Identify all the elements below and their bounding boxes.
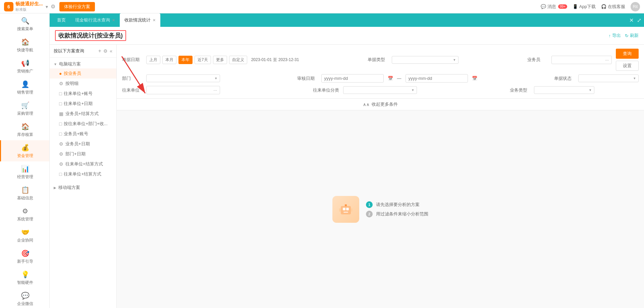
scheme-item-partner-dept[interactable]: □ 按往来单位+部门+收... bbox=[50, 119, 116, 129]
date-btn-this-year[interactable]: 本年 bbox=[178, 56, 193, 64]
sidebar-item-marketing[interactable]: 📢 营销推广 bbox=[0, 56, 49, 77]
tab-collection-stats[interactable]: 收款情况统计 ✕ bbox=[120, 13, 160, 27]
main-body: 按以下方案查询 + ⚙ « ▼ 电脑端方案 ● bbox=[50, 45, 644, 308]
tab-collection-stats-close[interactable]: ✕ bbox=[153, 18, 156, 22]
scheme-item-label: 业务员+日期 bbox=[65, 141, 90, 147]
scheme-item-partner-account[interactable]: □ 往来单位+账号 bbox=[50, 89, 116, 99]
sidebar-item-purchase[interactable]: 🛒 采购管理 bbox=[0, 98, 49, 119]
online-service-btn[interactable]: 🎧 在线客服 bbox=[601, 4, 625, 10]
partner-select[interactable]: ··· bbox=[146, 86, 220, 94]
scheme-icon: ⚙ bbox=[59, 141, 63, 147]
business-type-select[interactable]: ▾ bbox=[534, 86, 594, 94]
enterprise-dropdown[interactable]: ▾ bbox=[46, 4, 48, 9]
tab-close-all-icon[interactable]: ✕ bbox=[629, 17, 634, 23]
add-scheme-icon[interactable]: + bbox=[98, 48, 101, 54]
date-range-display: 2023-01-01 至 2023-12-31 bbox=[251, 57, 299, 63]
scheme-item-partner-date[interactable]: □ 往来单位+日期 bbox=[50, 99, 116, 109]
partner-label: 往来单位 bbox=[122, 87, 142, 93]
empty-step-2: 2 用过滤条件来缩小分析范围 bbox=[366, 211, 428, 217]
sidebar-item-basic-info[interactable]: 📋 基础信息 bbox=[0, 183, 49, 204]
inventory-icon: 🏠 bbox=[21, 122, 30, 131]
setting-button[interactable]: 设置 bbox=[616, 61, 639, 71]
filter-row-3: 往来单位 ··· 往来单位分类 ▾ 业务类型 bbox=[122, 86, 639, 94]
scheme-item-by-salesperson[interactable]: ● 按业务员 bbox=[50, 68, 116, 79]
sidebar-item-search[interactable]: 🔍 搜索菜单 bbox=[0, 13, 49, 35]
scheme-icon: □ bbox=[59, 131, 62, 137]
header-right: 💬 消息 99+ 📱 App下载 🎧 在线客服 Rit bbox=[541, 2, 640, 11]
svg-rect-1 bbox=[343, 208, 345, 210]
scheme-item-detail[interactable]: ⚙ 按明细 bbox=[50, 79, 116, 89]
export-button[interactable]: ↑ 导出 bbox=[609, 33, 621, 39]
scheme-item-partner-settle1[interactable]: ⚙ 往来单位+结算方式 bbox=[50, 159, 116, 169]
partner-type-select[interactable]: ▾ bbox=[343, 86, 417, 94]
collab-icon: 🤝 bbox=[21, 228, 30, 236]
sidebar-item-label: 营销推广 bbox=[17, 68, 33, 74]
date-btn-this-month[interactable]: 本月 bbox=[162, 56, 176, 64]
review-date-calendar-icon[interactable]: 📅 bbox=[388, 76, 393, 81]
sidebar-item-wechat[interactable]: 💬 企业微信 bbox=[0, 288, 49, 308]
tab-bank-flow-close[interactable]: ✕ bbox=[112, 18, 115, 22]
scheme-item-partner-settle2[interactable]: □ 往来单位+结算方式 bbox=[50, 169, 116, 179]
empty-state-icon bbox=[332, 196, 359, 223]
refresh-icon: ↻ bbox=[625, 33, 629, 38]
scheme-icon: □ bbox=[59, 101, 62, 106]
settings-gear-icon[interactable]: ⚙ bbox=[51, 3, 55, 10]
sidebar-item-collab[interactable]: 🤝 企业协同 bbox=[0, 225, 49, 246]
sales-icon: 👤 bbox=[21, 80, 30, 88]
date-btn-more[interactable]: 更多 bbox=[213, 56, 227, 64]
scheme-item-label: 按明细 bbox=[65, 81, 78, 87]
date-btn-custom[interactable]: 自定义 bbox=[229, 56, 247, 64]
sidebar-item-operations[interactable]: 📊 经营管理 bbox=[0, 161, 49, 183]
scheme-group-mobile[interactable]: ▶ 移动端方案 bbox=[50, 183, 116, 192]
sidebar-item-finance[interactable]: 💰 资金管理 bbox=[0, 140, 49, 161]
trial-button[interactable]: 体验行业方案 bbox=[59, 2, 95, 11]
department-label: 部门 bbox=[122, 75, 142, 82]
tab-bar-actions: ✕ ⤢ bbox=[629, 17, 641, 23]
sidebar-item-sales[interactable]: 👤 销售管理 bbox=[0, 77, 49, 98]
scheme-icon: ⚙ bbox=[59, 161, 63, 167]
sidebar-item-quicknav[interactable]: 🏠 快捷导航 bbox=[0, 35, 49, 56]
refresh-button[interactable]: ↻ 刷新 bbox=[625, 33, 639, 39]
tab-bank-flow[interactable]: 现金银行流水查询 ✕ bbox=[70, 13, 120, 27]
sidebar-item-guide[interactable]: 🎯 新手引导 bbox=[0, 246, 49, 267]
messages-btn[interactable]: 💬 消息 99+ bbox=[541, 4, 567, 10]
date-btn-last-month[interactable]: 上月 bbox=[146, 56, 160, 64]
scheme-settings-icon[interactable]: ⚙ bbox=[103, 48, 108, 54]
voucher-type-label: 单据类型 bbox=[368, 57, 388, 63]
scheme-group-desktop[interactable]: ▼ 电脑端方案 bbox=[50, 60, 116, 68]
scheme-item-label: 部门+日期 bbox=[65, 151, 86, 157]
sidebar-item-system[interactable]: ⚙ 系统管理 bbox=[0, 204, 49, 225]
department-select[interactable]: ▾ bbox=[146, 74, 220, 82]
voucher-type-select[interactable]: ▾ bbox=[392, 56, 459, 64]
active-scheme-icon: ● bbox=[59, 71, 62, 76]
scheme-item-dept-date[interactable]: ⚙ 部门+日期 bbox=[50, 149, 116, 159]
salesperson-select[interactable]: ··· bbox=[551, 56, 612, 64]
collapse-panel-icon[interactable]: « bbox=[110, 48, 112, 54]
scheme-item-salesperson-date[interactable]: ⚙ 业务员+日期 bbox=[50, 139, 116, 149]
sidebar-item-label: 经营管理 bbox=[17, 174, 33, 180]
voucher-status-select[interactable]: ▾ bbox=[578, 74, 639, 82]
scheme-item-salesperson-settle[interactable]: ▦ 业务员+结算方式 bbox=[50, 109, 116, 119]
scheme-item-salesperson-account[interactable]: □ 业务员+账号 bbox=[50, 129, 116, 139]
basic-info-icon: 📋 bbox=[21, 186, 30, 194]
finance-icon: 💰 bbox=[21, 144, 30, 152]
user-avatar[interactable]: Rit bbox=[631, 2, 640, 11]
tab-home[interactable]: 首页 bbox=[52, 13, 70, 27]
sidebar-item-inventory[interactable]: 🏠 库存核算 bbox=[0, 119, 49, 140]
partner-more-icon: ··· bbox=[213, 88, 217, 93]
tab-bar: 首页 现金银行流水查询 ✕ 收款情况统计 ✕ ✕ ⤢ bbox=[50, 13, 644, 27]
page-title: 收款情况统计(按业务员) bbox=[55, 30, 126, 41]
review-date-to-input[interactable] bbox=[406, 74, 468, 83]
empty-step-1: 1 请先选择要分析的方案 bbox=[366, 201, 428, 208]
operations-icon: 📊 bbox=[21, 165, 30, 173]
scheme-item-label: 往来单位+账号 bbox=[64, 91, 93, 97]
sidebar-item-label: 资金管理 bbox=[17, 153, 33, 159]
date-btn-7days[interactable]: 近7天 bbox=[195, 56, 211, 64]
query-button[interactable]: 查询 bbox=[616, 49, 639, 59]
collapse-bar[interactable]: ∧∧ 收起更多条件 bbox=[117, 99, 644, 110]
sidebar-item-hardware[interactable]: 💡 智能硬件 bbox=[0, 267, 49, 288]
review-date-to-calendar-icon[interactable]: 📅 bbox=[472, 76, 477, 81]
review-date-from-input[interactable] bbox=[321, 74, 384, 83]
tab-expand-icon[interactable]: ⤢ bbox=[637, 17, 641, 23]
app-download-btn[interactable]: 📱 App下载 bbox=[573, 4, 596, 10]
